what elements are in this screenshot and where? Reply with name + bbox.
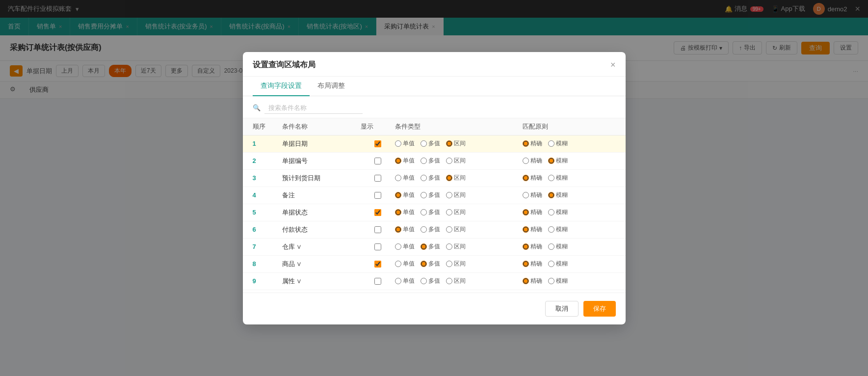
modal-search-area: 🔍 [243, 96, 626, 99]
modal-tab-layout[interactable]: 布局调整 [310, 77, 353, 96]
modal-title: 设置查询区域布局 [253, 60, 316, 70]
modal-close-button[interactable]: × [610, 60, 616, 69]
modal-dialog: 设置查询区域布局 × 查询字段设置 布局调整 🔍 顺序 条件名称 显示 条件类型 [243, 52, 626, 99]
modal-tabs: 查询字段设置 布局调整 [243, 77, 626, 96]
modal-overlay: 设置查询区域布局 × 查询字段设置 布局调整 🔍 顺序 条件名称 显示 条件类型 [0, 0, 868, 99]
modal-tab-query-fields[interactable]: 查询字段设置 [253, 77, 310, 96]
modal-tab-layout-label: 布局调整 [317, 81, 345, 89]
modal-header: 设置查询区域布局 × [243, 52, 626, 77]
modal-tab-query-fields-label: 查询字段设置 [261, 81, 302, 89]
